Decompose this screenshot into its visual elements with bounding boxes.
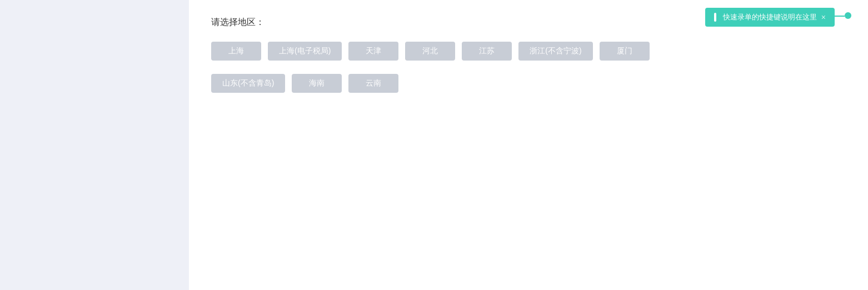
tooltip-connector xyxy=(835,16,845,17)
region-btn-shanghai-etax[interactable]: 上海(电子税局) xyxy=(268,42,342,61)
region-btn-hainan[interactable]: 海南 xyxy=(292,74,342,93)
region-btn-shanghai[interactable]: 上海 xyxy=(211,42,261,61)
tooltip-banner: 快速录单的快捷键说明在这里 × xyxy=(705,8,835,27)
region-btn-xiamen[interactable]: 厦门 xyxy=(600,42,650,61)
region-btn-zhejiang[interactable]: 浙江(不含宁波) xyxy=(518,42,592,61)
main-content: 请选择地区： 上海 上海(电子税局) 天津 河北 江苏 浙江(不含宁波) 厦门 … xyxy=(189,0,868,290)
region-btn-yunnan[interactable]: 云南 xyxy=(348,74,398,93)
region-btn-hebei[interactable]: 河北 xyxy=(405,42,455,61)
region-btn-shandong[interactable]: 山东(不含青岛) xyxy=(211,74,285,93)
bar-indicator-icon xyxy=(714,13,716,22)
left-sidebar xyxy=(0,0,189,290)
region-btn-jiangsu[interactable]: 江苏 xyxy=(462,42,512,61)
region-btn-tianjin[interactable]: 天津 xyxy=(348,42,398,61)
region-grid: 上海 上海(电子税局) 天津 河北 江苏 浙江(不含宁波) 厦门 山东(不含青岛… xyxy=(211,42,846,93)
close-icon[interactable]: × xyxy=(821,13,826,22)
tooltip-dot xyxy=(845,12,851,19)
tooltip-text: 快速录单的快捷键说明在这里 xyxy=(723,12,817,22)
